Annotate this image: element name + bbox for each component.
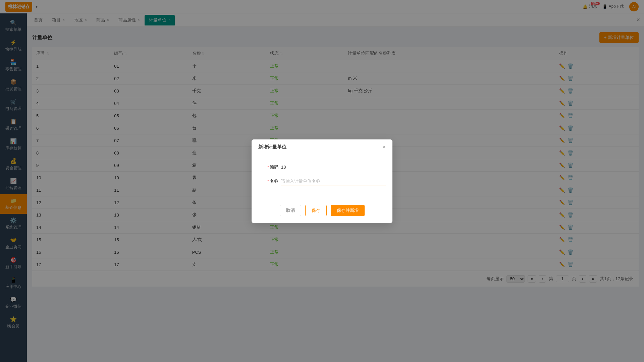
- save-button[interactable]: 保存: [305, 205, 327, 216]
- modal-footer: 取消 保存 保存并新增: [252, 199, 392, 223]
- form-row-code: 编码: [258, 163, 386, 171]
- cancel-button[interactable]: 取消: [280, 205, 301, 216]
- form-row-name: 名称: [258, 177, 386, 185]
- name-input[interactable]: [281, 177, 386, 185]
- code-input[interactable]: [281, 163, 386, 171]
- code-label: 编码: [258, 164, 278, 170]
- modal-close-button[interactable]: ×: [383, 144, 386, 150]
- modal-title: 新增计量单位: [258, 144, 286, 150]
- modal-header: 新增计量单位 ×: [252, 139, 392, 155]
- modal-body: 编码 名称: [252, 155, 392, 199]
- modal-overlay[interactable]: 新增计量单位 × 编码 名称 取消 保存 保存并新增: [0, 0, 644, 362]
- save-continue-button[interactable]: 保存并新增: [331, 205, 365, 216]
- name-label: 名称: [258, 178, 278, 184]
- add-unit-modal: 新增计量单位 × 编码 名称 取消 保存 保存并新增: [252, 139, 392, 223]
